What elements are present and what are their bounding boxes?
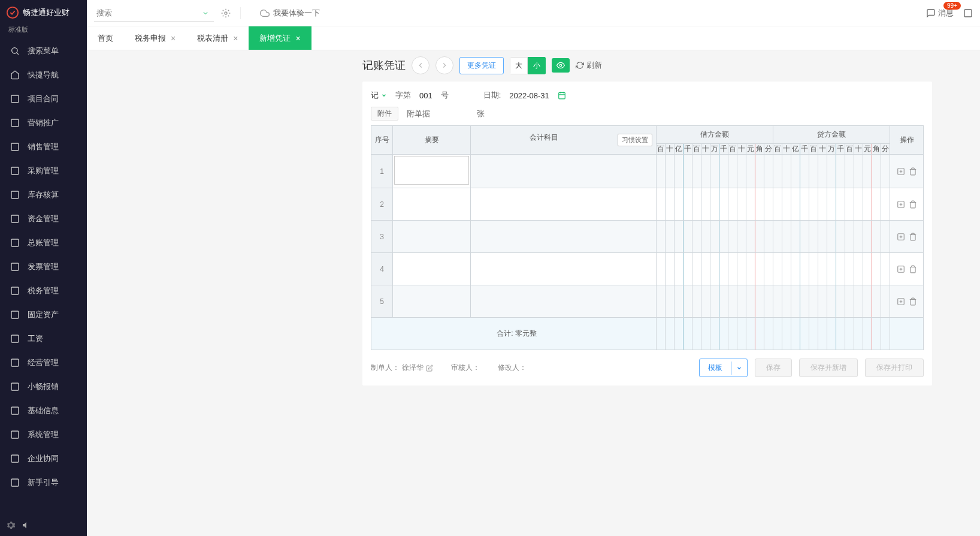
amount-digit[interactable] bbox=[657, 188, 666, 221]
abstract-cell[interactable] bbox=[393, 155, 471, 188]
amount-digit[interactable] bbox=[710, 221, 719, 253]
amount-digit[interactable] bbox=[719, 253, 728, 285]
abstract-cell[interactable] bbox=[393, 285, 471, 318]
subject-cell[interactable] bbox=[471, 188, 657, 221]
refresh-button[interactable]: 刷新 bbox=[576, 60, 602, 71]
amount-digit[interactable] bbox=[782, 155, 791, 188]
amount-digit[interactable] bbox=[800, 155, 809, 188]
amount-digit[interactable] bbox=[881, 253, 890, 285]
amount-digit[interactable] bbox=[854, 285, 863, 318]
sidebar-item-8[interactable]: 总账管理 bbox=[0, 231, 87, 255]
template-button[interactable]: 模板 bbox=[699, 359, 748, 377]
tab-0[interactable]: 首页 bbox=[87, 26, 124, 50]
amount-digit[interactable] bbox=[755, 155, 764, 188]
close-icon[interactable]: × bbox=[233, 34, 238, 43]
amount-digit[interactable] bbox=[782, 188, 791, 221]
amount-digit[interactable] bbox=[746, 253, 755, 285]
amount-digit[interactable] bbox=[674, 285, 683, 318]
abstract-cell[interactable] bbox=[393, 188, 471, 221]
amount-digit[interactable] bbox=[674, 188, 683, 221]
amount-digit[interactable] bbox=[791, 253, 800, 285]
sidebar-item-6[interactable]: 库存核算 bbox=[0, 183, 87, 207]
amount-digit[interactable] bbox=[872, 155, 881, 188]
amount-digit[interactable] bbox=[782, 253, 791, 285]
sidebar-item-14[interactable]: 小畅报销 bbox=[0, 375, 87, 399]
amount-digit[interactable] bbox=[728, 285, 737, 318]
amount-digit[interactable] bbox=[737, 253, 746, 285]
amount-digit[interactable] bbox=[809, 188, 818, 221]
tab-2[interactable]: 税表清册× bbox=[186, 26, 249, 50]
close-icon[interactable]: × bbox=[171, 34, 176, 43]
amount-digit[interactable] bbox=[737, 285, 746, 318]
amount-digit[interactable] bbox=[773, 155, 782, 188]
amount-digit[interactable] bbox=[657, 155, 666, 188]
amount-digit[interactable] bbox=[872, 285, 881, 318]
amount-digit[interactable] bbox=[845, 285, 854, 318]
tab-1[interactable]: 税务申报× bbox=[124, 26, 186, 50]
abstract-cell[interactable] bbox=[393, 253, 471, 285]
add-row-icon[interactable] bbox=[897, 200, 905, 209]
amount-digit[interactable] bbox=[791, 285, 800, 318]
amount-digit[interactable] bbox=[809, 155, 818, 188]
habit-settings-button[interactable]: 习惯设置 bbox=[618, 134, 652, 146]
amount-digit[interactable] bbox=[710, 155, 719, 188]
amount-digit[interactable] bbox=[791, 221, 800, 253]
amount-digit[interactable] bbox=[845, 253, 854, 285]
amount-digit[interactable] bbox=[674, 155, 683, 188]
amount-digit[interactable] bbox=[854, 221, 863, 253]
amount-digit[interactable] bbox=[683, 155, 692, 188]
amount-digit[interactable] bbox=[683, 221, 692, 253]
amount-digit[interactable] bbox=[863, 155, 872, 188]
amount-digit[interactable] bbox=[881, 188, 890, 221]
calendar-icon[interactable] bbox=[558, 91, 566, 100]
amount-digit[interactable] bbox=[746, 285, 755, 318]
amount-digit[interactable] bbox=[827, 188, 836, 221]
amount-digit[interactable] bbox=[872, 253, 881, 285]
amount-digit[interactable] bbox=[657, 221, 666, 253]
sidebar-item-0[interactable]: 搜索菜单 bbox=[0, 39, 87, 63]
amount-digit[interactable] bbox=[701, 188, 710, 221]
amount-digit[interactable] bbox=[719, 155, 728, 188]
amount-digit[interactable] bbox=[845, 155, 854, 188]
amount-digit[interactable] bbox=[791, 155, 800, 188]
amount-digit[interactable] bbox=[692, 285, 701, 318]
amount-digit[interactable] bbox=[666, 285, 674, 318]
size-large-button[interactable]: 大 bbox=[510, 57, 528, 74]
sidebar-item-3[interactable]: 营销推广 bbox=[0, 111, 87, 135]
amount-digit[interactable] bbox=[818, 221, 827, 253]
amount-digit[interactable] bbox=[818, 253, 827, 285]
amount-digit[interactable] bbox=[683, 188, 692, 221]
amount-digit[interactable] bbox=[674, 253, 683, 285]
amount-digit[interactable] bbox=[666, 253, 674, 285]
amount-digit[interactable] bbox=[773, 221, 782, 253]
amount-digit[interactable] bbox=[800, 253, 809, 285]
sidebar-item-7[interactable]: 资金管理 bbox=[0, 207, 87, 231]
sidebar-item-10[interactable]: 税务管理 bbox=[0, 279, 87, 303]
subject-cell[interactable] bbox=[471, 155, 657, 188]
size-small-button[interactable]: 小 bbox=[528, 57, 546, 74]
delete-row-icon[interactable] bbox=[909, 200, 917, 209]
next-button[interactable] bbox=[435, 56, 453, 74]
amount-digit[interactable] bbox=[728, 221, 737, 253]
sidebar-item-9[interactable]: 发票管理 bbox=[0, 255, 87, 279]
amount-digit[interactable] bbox=[800, 221, 809, 253]
amount-digit[interactable] bbox=[692, 155, 701, 188]
amount-digit[interactable] bbox=[809, 253, 818, 285]
amount-digit[interactable] bbox=[800, 188, 809, 221]
amount-digit[interactable] bbox=[782, 285, 791, 318]
voucher-date[interactable]: 2022-08-31 bbox=[509, 91, 549, 100]
amount-digit[interactable] bbox=[782, 221, 791, 253]
sidebar-item-5[interactable]: 采购管理 bbox=[0, 159, 87, 183]
amount-digit[interactable] bbox=[881, 221, 890, 253]
subject-cell[interactable] bbox=[471, 253, 657, 285]
amount-digit[interactable] bbox=[666, 188, 674, 221]
message-button[interactable]: 消息 99+ bbox=[926, 8, 954, 19]
add-row-icon[interactable] bbox=[897, 233, 905, 241]
more-voucher-button[interactable]: 更多凭证 bbox=[459, 57, 504, 74]
amount-digit[interactable] bbox=[818, 155, 827, 188]
amount-digit[interactable] bbox=[755, 221, 764, 253]
amount-digit[interactable] bbox=[827, 155, 836, 188]
amount-digit[interactable] bbox=[863, 285, 872, 318]
edit-icon[interactable] bbox=[426, 365, 433, 372]
amount-digit[interactable] bbox=[863, 188, 872, 221]
